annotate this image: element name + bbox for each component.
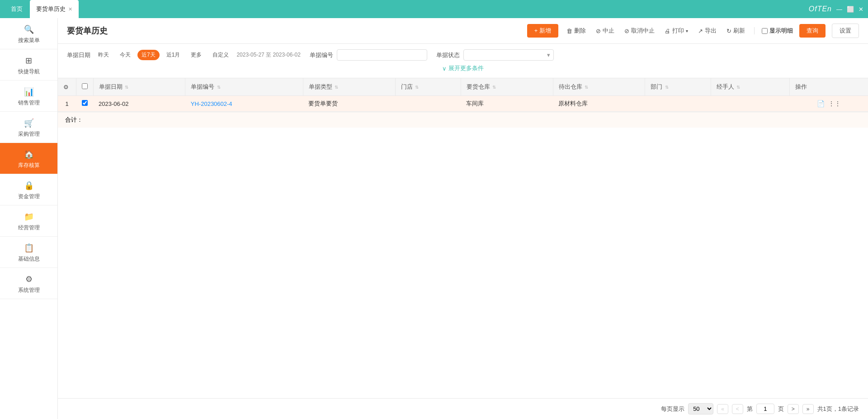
finance-icon: 🔒 [24,181,34,190]
cancel-suspend-label: 取消中止 [631,27,655,35]
prev-page-btn[interactable]: < [732,404,743,414]
refresh-icon: ↻ [726,28,731,34]
row-actions: 📄 ⋮⋮ [790,96,868,112]
new-button[interactable]: + 新增 [527,24,558,38]
tab-home[interactable]: 首页 [5,0,29,18]
col-settings[interactable]: ⚙ [58,78,76,96]
date-btn-7days[interactable]: 近7天 [137,50,160,60]
table-header: ⚙ 单据日期 ⇅ 单据编号 ⇅ 单据类型 [58,78,868,96]
col-action: 操作 [790,78,868,96]
row-number[interactable]: YH-20230602-4 [185,96,303,112]
expand-more-container: ∨ 展开更多条件 [67,64,859,72]
table-row[interactable]: 1 2023-06-02 YH-20230602-4 要货单要货 车间库 原材料… [58,96,868,112]
filter-row-1: 单据日期 昨天 今天 近7天 近1月 更多 自定义 2023-05-27 至 2… [67,49,859,61]
sidebar-item-sales[interactable]: 📊 销售管理 [0,81,57,112]
date-btn-more[interactable]: 更多 [187,50,206,60]
col-date[interactable]: 单据日期 ⇅ [93,78,185,96]
date-btn-yesterday[interactable]: 昨天 [94,50,113,60]
row-edit-icon[interactable]: 📄 [817,100,825,107]
settings-button[interactable]: 设置 [832,24,859,38]
sidebar-item-basic-info[interactable]: 📋 基础信息 [0,237,57,268]
row-check[interactable] [76,96,93,112]
show-detail-label: 显示明细 [769,27,793,35]
sidebar-item-system-label: 系统管理 [18,286,40,294]
sidebar-item-operations[interactable]: 📁 经营管理 [0,205,57,237]
col-department[interactable]: 部门 ⇅ [645,78,711,96]
close-tab-icon[interactable]: ✕ [68,6,72,12]
expand-more-button[interactable]: ∨ 展开更多条件 [442,64,484,72]
print-button[interactable]: 🖨 打印 ▾ [663,27,690,35]
sort-department-icon: ⇅ [665,85,669,90]
page-header: 要货单历史 + 新增 🗑 删除 ⊘ 中止 ⊘ 取消中止 🖨 打印 [58,18,868,44]
doc-status-input[interactable] [463,49,554,61]
sidebar-item-purchase[interactable]: 🛒 采购管理 [0,112,57,143]
col-pending-warehouse[interactable]: 待出仓库 ⇅ [553,78,645,96]
window-minimize-btn[interactable]: — [836,6,842,13]
show-detail-checkbox[interactable] [762,28,768,34]
per-page-select[interactable]: 50 10 20 100 [688,403,713,414]
sidebar-item-finance[interactable]: 🔒 资金管理 [0,174,57,205]
table-container: ⚙ 单据日期 ⇅ 单据编号 ⇅ 单据类型 [58,78,868,398]
purchase-icon: 🛒 [24,118,34,128]
row-more-icon[interactable]: ⋮⋮ [828,100,841,107]
system-icon: ⚙ [25,274,33,284]
doc-number-input[interactable] [337,49,427,61]
per-page-label: 每页显示 [661,405,684,413]
show-detail-toggle[interactable]: 显示明细 [762,27,793,35]
row-pending-warehouse: 原材料仓库 [553,96,645,112]
nav-icon: ⊞ [25,56,32,66]
col-number[interactable]: 单据编号 ⇅ [185,78,303,96]
sidebar-item-system[interactable]: ⚙ 系统管理 [0,268,57,299]
first-page-btn[interactable]: « [717,404,728,414]
col-handler[interactable]: 经手人 ⇅ [711,78,790,96]
filter-area: 单据日期 昨天 今天 近7天 近1月 更多 自定义 2023-05-27 至 2… [58,44,868,78]
total-info: 共1页，1条记录 [817,405,859,413]
sum-label: 合计： [65,116,83,124]
sidebar-item-sales-label: 销售管理 [18,99,40,107]
col-req-warehouse[interactable]: 要货仓库 ⇅ [461,78,553,96]
next-page-btn[interactable]: > [788,404,799,414]
tab-purchase-history[interactable]: 要货单历史 ✕ [30,0,79,18]
col-store[interactable]: 门店 ⇅ [395,78,461,96]
doc-status-select-wrapper [463,49,554,61]
window-maximize-btn[interactable]: ⬜ [847,6,854,13]
sidebar-item-inventory-label: 库存核算 [18,162,40,169]
brand-logo: OfTEn [809,5,832,13]
inventory-icon: 🏠 [24,149,34,159]
select-all-checkbox[interactable] [82,83,88,89]
sidebar-item-nav[interactable]: ⊞ 快捷导航 [0,49,57,81]
refresh-label: 刷新 [733,27,745,35]
tab-purchase-history-label: 要货单历史 [36,5,66,13]
doc-number-filter-group: 单据编号 [310,49,427,61]
delete-icon: 🗑 [566,28,572,34]
sort-number-icon: ⇅ [217,85,221,90]
search-menu-icon: 🔍 [24,24,34,34]
export-button[interactable]: ↗ 导出 [696,27,718,35]
row-type: 要货单要货 [303,96,395,112]
query-button[interactable]: 查询 [799,24,826,38]
data-table: ⚙ 单据日期 ⇅ 单据编号 ⇅ 单据类型 [58,78,868,112]
date-btn-today[interactable]: 今天 [116,50,135,60]
export-icon: ↗ [698,28,703,34]
col-type[interactable]: 单据类型 ⇅ [303,78,395,96]
cancel-suspend-button[interactable]: ⊘ 取消中止 [623,27,656,35]
sidebar-item-basic-info-label: 基础信息 [18,255,40,263]
doc-number-label: 单据编号 [310,51,333,59]
sort-type-icon: ⇅ [335,85,338,90]
last-page-btn[interactable]: » [802,404,814,414]
suspend-button[interactable]: ⊘ 中止 [594,27,616,35]
date-btn-1month[interactable]: 近1月 [162,50,184,60]
date-filter-group: 单据日期 昨天 今天 近7天 近1月 更多 自定义 2023-05-27 至 2… [67,50,301,60]
basic-info-icon: 📋 [24,243,34,253]
delete-button[interactable]: 🗑 删除 [565,27,588,35]
row-department [645,96,711,112]
refresh-button[interactable]: ↻ 刷新 [725,27,747,35]
row-index: 1 [58,96,76,112]
window-close-btn[interactable]: ✕ [859,6,863,13]
tab-home-label: 首页 [11,5,23,13]
date-btn-custom[interactable]: 自定义 [208,50,233,60]
sidebar-item-search[interactable]: 🔍 搜索菜单 [0,18,57,49]
page-number-input[interactable] [756,404,774,414]
delete-label: 删除 [574,27,586,35]
sidebar-item-inventory[interactable]: 🏠 库存核算 [0,143,57,174]
